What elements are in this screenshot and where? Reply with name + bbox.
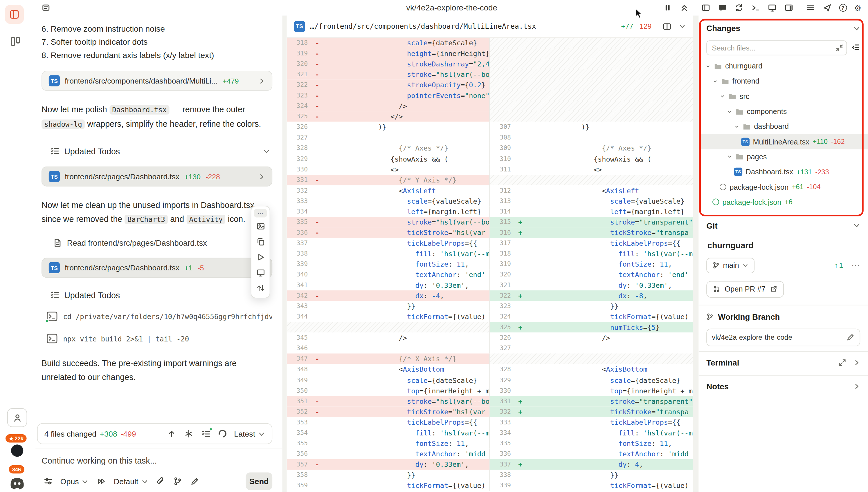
file-tree-item[interactable]: TSMultiLineArea.tsx+110-162 xyxy=(699,134,868,149)
task-input[interactable] xyxy=(36,449,282,471)
settings-gear-icon[interactable]: ⚙ xyxy=(854,3,861,12)
help-icon[interactable]: ? xyxy=(839,4,847,11)
todo-status-icon[interactable] xyxy=(202,429,211,438)
file-tree-item[interactable]: churnguard xyxy=(699,58,868,74)
diff-marker: - xyxy=(310,91,325,100)
compare-icon[interactable] xyxy=(254,282,267,295)
updated-todos-row[interactable]: Updated Todos xyxy=(42,145,272,158)
diff-line-new: 326 /> xyxy=(489,333,693,343)
collapse-all-icon[interactable] xyxy=(680,3,689,12)
line-number: 329 xyxy=(490,376,513,384)
screenshot-icon[interactable] xyxy=(254,220,267,233)
terminal-command-row[interactable]: cd /private/var/folders/10/h7w0q46556ggr… xyxy=(42,311,272,323)
changes-section-header[interactable]: Changes xyxy=(699,21,868,35)
discord-icon[interactable] xyxy=(8,475,27,491)
code-text: scale={valueScale} xyxy=(324,196,489,206)
file-change-card-dashboard-2[interactable]: TS frontend/src/pages/Dashboard.tsx +1 -… xyxy=(42,258,272,278)
send-button[interactable]: Send xyxy=(246,472,273,490)
pen-icon[interactable] xyxy=(190,476,200,486)
diff-body[interactable]: 318- scale={dateScale}319- height={inner… xyxy=(287,38,693,492)
file-tree-item[interactable]: components xyxy=(699,104,868,119)
code-text: textAnchor: 'end' xyxy=(527,270,693,280)
terminal-section-header[interactable]: Terminal xyxy=(699,356,868,370)
fast-forward-icon[interactable] xyxy=(97,476,106,486)
file-tree-item[interactable]: package-lock.json+61-104 xyxy=(699,179,868,195)
monitor-icon[interactable] xyxy=(768,3,777,12)
diff-marker: + xyxy=(513,292,528,300)
chat-transcript[interactable]: 6. Remove zoom instruction noise7. Softe… xyxy=(36,16,282,423)
up-arrow-icon[interactable] xyxy=(167,429,177,438)
notes-section-header[interactable]: Notes xyxy=(699,379,868,394)
collapse-tree-icon[interactable] xyxy=(851,43,861,53)
more-icon[interactable]: ⋯ xyxy=(254,209,267,218)
diff-marker: - xyxy=(310,70,325,79)
version-select[interactable]: Latest xyxy=(234,429,265,438)
more-icon[interactable]: ⋯ xyxy=(851,261,861,270)
file-tree-item[interactable]: frontend xyxy=(699,74,868,89)
expand-icon[interactable] xyxy=(838,359,846,367)
pause-icon[interactable] xyxy=(663,3,672,12)
play-icon[interactable] xyxy=(254,251,267,264)
sparkle-icon[interactable] xyxy=(184,429,194,438)
file-tree-item[interactable]: src xyxy=(699,89,868,104)
git-section-header[interactable]: Git xyxy=(699,218,868,233)
chevron-right-icon[interactable] xyxy=(853,383,861,390)
share-pointer-icon[interactable] xyxy=(822,3,832,12)
threads-icon[interactable] xyxy=(41,3,50,12)
line-number: 325 xyxy=(490,324,513,331)
line-number: 350 xyxy=(287,387,310,394)
panel-left-icon[interactable] xyxy=(701,3,710,12)
chevron-right-icon[interactable] xyxy=(853,359,861,366)
search-files-input[interactable] xyxy=(707,44,846,52)
diff-line-old: 331- {/* Y Axis */} xyxy=(287,175,489,185)
menu-icon[interactable] xyxy=(806,3,815,12)
mode-select[interactable]: Default xyxy=(114,477,148,486)
terminal-command-row[interactable]: npx vite build 2>&1 | tail -20 xyxy=(42,333,272,345)
paperclip-icon[interactable] xyxy=(156,476,165,486)
sync-icon[interactable] xyxy=(734,3,744,12)
board-icon[interactable] xyxy=(8,34,23,49)
diff-line-empty xyxy=(287,322,489,333)
read-file-row[interactable]: Read frontend/src/pages/Dashboard.tsx xyxy=(42,237,272,249)
code-text: dy: '0.33em', xyxy=(527,280,693,290)
sliders-icon[interactable] xyxy=(43,476,52,486)
split-view-icon[interactable] xyxy=(662,22,672,31)
copy-icon[interactable] xyxy=(254,235,267,248)
edit-pencil-icon[interactable] xyxy=(846,333,855,342)
collapse-diagonal-icon[interactable] xyxy=(836,44,844,52)
workspace-icon[interactable] xyxy=(5,5,24,24)
diff-line-new: 329 scale={dateScale} xyxy=(489,375,693,385)
panel-resize-handle[interactable] xyxy=(282,16,287,492)
panel-resize-handle[interactable] xyxy=(693,16,699,492)
chevron-down-icon[interactable] xyxy=(679,23,686,30)
line-number: 330 xyxy=(287,166,310,173)
assistant-message: Now let me polish Dashboard.tsx — remove… xyxy=(42,102,272,131)
files-changed-bar[interactable]: 4 files changed +308 -499 xyxy=(37,423,272,444)
diff-line-old: 352- tickStroke="hsl(var xyxy=(287,407,489,417)
diff-line-new: 314 left={margin.left} xyxy=(489,206,693,217)
file-tree-item[interactable]: pages xyxy=(699,149,868,164)
lines-added: +110 xyxy=(813,138,827,146)
monitor-icon[interactable] xyxy=(254,266,267,279)
todo-item: 6. Remove zoom instruction noise xyxy=(42,22,272,35)
account-icon[interactable] xyxy=(7,408,27,427)
terminal-icon[interactable] xyxy=(751,3,760,12)
file-change-card-dashboard[interactable]: TS frontend/src/pages/Dashboard.tsx +130… xyxy=(42,167,272,187)
github-icon[interactable] xyxy=(9,442,26,459)
file-change-card-multilinearea[interactable]: TS frontend/src/components/dashboard/Mul… xyxy=(42,71,272,91)
model-select[interactable]: Opus xyxy=(61,477,89,486)
open-pr-button[interactable]: Open PR #7 xyxy=(706,281,783,298)
file-tree-item[interactable]: dashboard xyxy=(699,119,868,134)
panel-right-icon[interactable] xyxy=(784,3,793,12)
branch-icon[interactable] xyxy=(173,476,183,486)
updated-todos-row[interactable]: Updated Todos xyxy=(42,288,272,301)
diff-line-empty xyxy=(489,175,693,185)
branch-select[interactable]: main xyxy=(706,258,754,273)
chevron-down-icon xyxy=(727,109,732,114)
folder-icon xyxy=(736,153,744,160)
chat-bubble-icon[interactable] xyxy=(718,3,727,12)
file-tree-item[interactable]: TSDashboard.tsx+131-233 xyxy=(699,164,868,179)
code-text: stroke="transparent" xyxy=(527,217,693,227)
working-branch-input[interactable] xyxy=(712,333,843,342)
file-tree-item[interactable]: package-lock.json+6 xyxy=(699,195,868,210)
